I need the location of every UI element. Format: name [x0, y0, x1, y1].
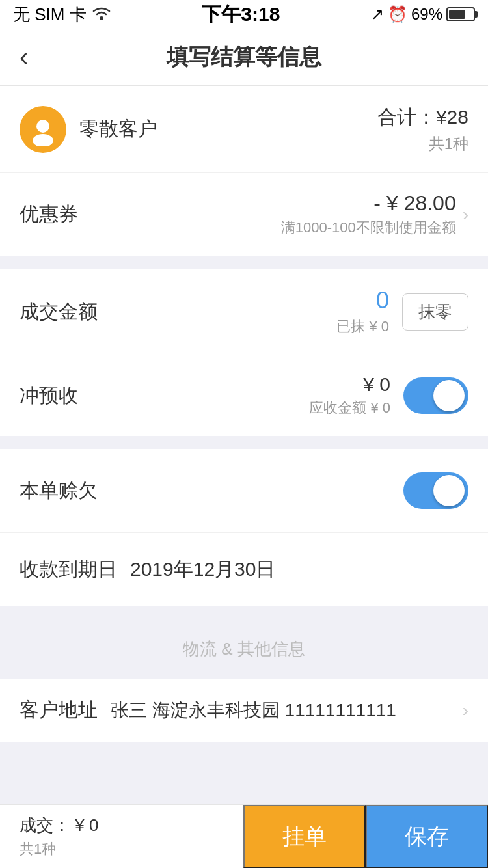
- due-date-label: 收款到期日: [20, 556, 117, 583]
- coupon-desc: 满1000-100不限制使用金额: [281, 218, 456, 237]
- status-bar: 无 SIM 卡 下午3:18 ↗ ⏰ 69%: [0, 0, 488, 29]
- customer-avatar: [20, 106, 66, 153]
- battery-icon: [446, 7, 475, 21]
- back-button[interactable]: ‹: [20, 42, 28, 72]
- customer-row: 零散客户 合计：¥28 共1种: [0, 86, 488, 172]
- divider-line-right: [318, 649, 468, 649]
- save-button[interactable]: 保存: [366, 805, 488, 868]
- customer-name: 零散客户: [79, 116, 157, 142]
- page-title: 填写结算等信息: [167, 42, 321, 72]
- coupon-chevron-icon: ›: [463, 204, 468, 225]
- coupon-label: 优惠券: [20, 201, 78, 228]
- debt-row: 本单赊欠: [0, 449, 488, 532]
- bottom-deal: 成交： ¥ 0: [20, 814, 224, 837]
- bottom-deal-value: ¥ 0: [75, 815, 98, 835]
- due-date-value: 2019年12月30日: [130, 556, 275, 583]
- transaction-col: 0 已抹 ¥ 0: [336, 287, 389, 336]
- bottom-info: 成交： ¥ 0 共1种: [0, 805, 243, 868]
- bottom-bar: 成交： ¥ 0 共1种 挂单 保存: [0, 804, 488, 868]
- customer-right: 合计：¥28 共1种: [377, 104, 468, 154]
- address-chevron-icon: ›: [463, 700, 468, 721]
- transaction-section: 成交金额 0 已抹 ¥ 0 抹零 冲预收 ¥ 0 应收金额 ¥ 0: [0, 269, 488, 436]
- debt-toggle-knob: [433, 475, 465, 506]
- transaction-label: 成交金额: [20, 299, 98, 325]
- prepayment-sub: 应收金额 ¥ 0: [309, 398, 390, 418]
- svg-point-1: [36, 120, 49, 133]
- customer-total: 合计：¥28: [377, 104, 468, 131]
- prepayment-right: ¥ 0 应收金额 ¥ 0: [309, 373, 468, 418]
- location-icon: ↗: [371, 5, 384, 23]
- transaction-right: 0 已抹 ¥ 0 抹零: [336, 287, 468, 336]
- battery-text: 69%: [411, 5, 442, 23]
- transaction-sub: 已抹 ¥ 0: [336, 317, 389, 336]
- transaction-amount-input[interactable]: 0: [350, 287, 389, 314]
- coupon-row[interactable]: 优惠券 - ¥ 28.00 满1000-100不限制使用金额 ›: [0, 172, 488, 256]
- prepayment-toggle[interactable]: [403, 377, 468, 414]
- prepayment-label: 冲预收: [20, 383, 78, 409]
- hold-button[interactable]: 挂单: [243, 805, 366, 868]
- svg-point-2: [33, 134, 53, 146]
- debt-section: 本单赊欠 收款到期日 2019年12月30日: [0, 449, 488, 606]
- address-value: 张三 海淀永丰科技园 11111111111: [111, 698, 456, 723]
- toggle-knob: [433, 380, 465, 411]
- alarm-icon: ⏰: [388, 5, 407, 23]
- prepayment-amounts: ¥ 0 应收金额 ¥ 0: [309, 373, 390, 418]
- prepayment-main: ¥ 0: [309, 373, 390, 396]
- divider-line-left: [20, 649, 170, 649]
- svg-point-0: [100, 16, 103, 20]
- debt-label: 本单赊欠: [20, 478, 98, 504]
- address-label: 客户地址: [20, 697, 98, 724]
- content: 零散客户 合计：¥28 共1种 优惠券 - ¥ 28.00 满1000-100不…: [0, 86, 488, 868]
- logistics-label: 物流 & 其他信息: [183, 638, 305, 660]
- customer-section: 零散客户 合计：¥28 共1种 优惠券 - ¥ 28.00 满1000-100不…: [0, 86, 488, 256]
- bottom-count: 共1种: [20, 839, 224, 859]
- debt-toggle[interactable]: [403, 472, 468, 509]
- customer-count: 共1种: [377, 133, 468, 154]
- nav-bar: ‹ 填写结算等信息: [0, 29, 488, 86]
- status-time: 下午3:18: [202, 1, 280, 28]
- address-row[interactable]: 客户地址 张三 海淀永丰科技园 11111111111 ›: [0, 679, 488, 742]
- status-right: ↗ ⏰ 69%: [371, 5, 475, 23]
- coupon-right: - ¥ 28.00 满1000-100不限制使用金额: [281, 191, 456, 237]
- bottom-deal-label: 成交：: [20, 815, 70, 835]
- due-date-row: 收款到期日 2019年12月30日: [0, 532, 488, 606]
- address-section: 客户地址 张三 海淀永丰科技园 11111111111 ›: [0, 679, 488, 742]
- no-sim-text: 无 SIM 卡: [13, 3, 87, 26]
- wifi-icon: [92, 5, 111, 25]
- status-left: 无 SIM 卡: [13, 3, 111, 26]
- prepayment-row: 冲预收 ¥ 0 应收金额 ¥ 0: [0, 355, 488, 436]
- transaction-row: 成交金额 0 已抹 ¥ 0 抹零: [0, 269, 488, 355]
- coupon-amount: - ¥ 28.00: [281, 191, 456, 215]
- logistics-divider: 物流 & 其他信息: [0, 619, 488, 679]
- customer-left: 零散客户: [20, 106, 157, 153]
- round-button[interactable]: 抹零: [402, 293, 468, 331]
